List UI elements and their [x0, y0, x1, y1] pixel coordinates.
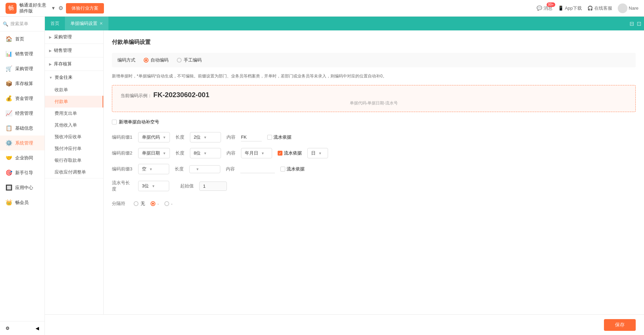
- sidebar-item-other-income[interactable]: 其他收入单: [45, 119, 103, 131]
- chevron-right-icon-2: ▶: [49, 49, 52, 53]
- separator-none-option[interactable]: 无: [134, 201, 145, 207]
- sidebar-item-bank-transfer[interactable]: 银行存取款单: [45, 155, 103, 166]
- sidebar-item-advance-recv[interactable]: 预收冲应收单: [45, 131, 103, 143]
- tab-minimize-icon[interactable]: ⊟: [629, 20, 634, 27]
- content2-label: 内容: [227, 150, 236, 156]
- sidebar-group-purchase-header[interactable]: ▶ 采购管理: [45, 30, 103, 44]
- sidebar-group-sales: ▶ 销售管理: [45, 44, 103, 57]
- sidebar-group-inventory-header[interactable]: ▶ 库存核算: [45, 57, 103, 71]
- sidebar-group-sales-header[interactable]: ▶ 销售管理: [45, 44, 103, 57]
- prefix1-select[interactable]: 单据代码 ▼: [138, 132, 170, 142]
- sidebar-item-purchase[interactable]: 🛒 采购管理: [0, 61, 45, 76]
- sales-icon: 📊: [6, 50, 12, 57]
- auto-fill-checkbox[interactable]: [112, 120, 117, 124]
- chevron-down-length1: ▼: [203, 136, 207, 139]
- content1-input[interactable]: [241, 133, 262, 141]
- auto-encoding-radio[interactable]: 自动编码: [144, 57, 169, 63]
- tab-maximize-icon[interactable]: ⊡: [637, 20, 641, 27]
- message-area[interactable]: 💬 消息 99+: [537, 5, 552, 11]
- sidebar-item-guide[interactable]: 🎯 新手引导: [0, 165, 45, 180]
- encoding-method-row: 编码方式 自动编码 手工编码: [112, 53, 636, 67]
- content3-label: 内容: [226, 166, 235, 172]
- header-dropdown[interactable]: ▼: [51, 6, 56, 11]
- tab-encoding-settings[interactable]: 单据编码设置 ✕: [65, 17, 108, 30]
- tab-home[interactable]: 首页: [45, 17, 65, 30]
- sidebar-item-apps[interactable]: 🔲 应用中心: [0, 180, 45, 195]
- logo-text: 畅通道好生意 插件版: [19, 2, 46, 14]
- member-icon: 👑: [6, 199, 12, 206]
- tab-bar: 首页 单据编码设置 ✕ ⊟ ⊡: [45, 17, 644, 30]
- prefix-row-3: 编码前缀3 空 ▼ 长度 ▼ 内容 流水依据: [112, 164, 636, 174]
- prefix-row-1: 编码前缀1 单据代码 ▼ 长度 2位 ▼ 内容 流水依据: [112, 132, 636, 142]
- manual-encoding-radio[interactable]: 手工编码: [177, 57, 202, 63]
- settings-icon[interactable]: ⚙: [58, 5, 63, 11]
- sidebar-item-system[interactable]: ⚙️ 系统管理: [0, 136, 45, 150]
- page-title: 付款单编码设置: [112, 39, 636, 46]
- separator-none-radio: [134, 201, 138, 206]
- inventory-icon: 📦: [6, 80, 12, 87]
- sidebar-item-inventory[interactable]: 📦 库存核算: [0, 76, 45, 91]
- sidebar-item-member[interactable]: 👑 畅会员: [0, 195, 45, 210]
- app-download-link[interactable]: 📱 App下载: [558, 5, 582, 11]
- flow-checkbox-2[interactable]: ✓: [278, 151, 282, 156]
- flow-checkbox-3[interactable]: [280, 167, 285, 171]
- length1-select[interactable]: 2位 ▼: [190, 132, 221, 142]
- flow-label-3: 流水依据: [287, 166, 305, 172]
- flow-label-2: 流水依据: [284, 150, 302, 156]
- basic-icon: 📋: [6, 125, 12, 131]
- start-value-input[interactable]: [199, 182, 227, 191]
- start-value-label: 起始值: [180, 183, 194, 189]
- management-icon: 📈: [6, 110, 12, 117]
- prefix2-select[interactable]: 单据日期 ▼: [138, 148, 170, 158]
- sidebar-item-basic[interactable]: 📋 基础信息: [0, 121, 45, 136]
- prefix1-label: 编码前缀1: [112, 134, 133, 140]
- sidebar-item-expense[interactable]: 费用支出单: [45, 108, 103, 119]
- content2-select[interactable]: 年月日 ▼: [241, 148, 272, 158]
- flow-check-3[interactable]: 流水依据: [280, 166, 305, 172]
- sidebar-item-payment[interactable]: 付款单: [45, 96, 103, 108]
- collapse-icon[interactable]: ◀: [36, 326, 39, 331]
- flow-unit-select[interactable]: 日 ▼: [307, 148, 328, 158]
- flow-checkbox-1[interactable]: [267, 135, 272, 140]
- separator-dot-option[interactable]: ·: [151, 201, 159, 206]
- sidebar-item-home[interactable]: 🏠 首页: [0, 31, 45, 46]
- save-button[interactable]: 保存: [604, 319, 636, 331]
- chevron-down-prefix2: ▼: [163, 151, 166, 155]
- page-footer: 保存: [45, 314, 644, 335]
- sidebar-nav: 🏠 首页 📊 销售管理 🛒 采购管理 📦 库存核算 💰 资金管理 📈 经: [0, 31, 45, 321]
- sidebar-item-management[interactable]: 📈 经营管理: [0, 106, 45, 121]
- sidebar-group-finance-header[interactable]: ▼ 资金往来: [45, 71, 103, 84]
- flow-check-2[interactable]: ✓ 流水依据: [278, 150, 302, 156]
- flow-length-select[interactable]: 3位 ▼: [138, 181, 169, 191]
- sidebar-item-sales[interactable]: 📊 销售管理: [0, 46, 45, 61]
- flow-check-1[interactable]: 流水依据: [267, 134, 291, 140]
- trial-button[interactable]: 体验行业方案: [66, 3, 104, 13]
- sidebar-item-advance-pay[interactable]: 预付冲应付单: [45, 143, 103, 155]
- flow-length-label: 流水号长度: [112, 180, 133, 192]
- avatar: [618, 3, 627, 13]
- length2-select[interactable]: 8位 ▼: [190, 148, 221, 158]
- prefix3-label: 编码前缀3: [112, 166, 133, 172]
- top-header: 畅 畅通道好生意 插件版 ▼ ⚙ 体验行业方案 💬 消息 99+ 📱 App下载…: [0, 0, 644, 17]
- search-menu[interactable]: 🔍 搜索菜单: [0, 17, 45, 31]
- preview-label: 当前编码示例：: [121, 93, 152, 99]
- header-right: 💬 消息 99+ 📱 App下载 🎧 在线客服 Nare: [537, 3, 638, 13]
- settings-footer-icon[interactable]: ⚙: [6, 326, 10, 331]
- sidebar-item-ar-ap-adjust[interactable]: 应收应付调整单: [45, 166, 103, 178]
- length3-select[interactable]: ▼: [189, 165, 220, 173]
- user-area[interactable]: Nare: [618, 3, 638, 13]
- tab-close-icon[interactable]: ✕: [99, 21, 103, 26]
- sidebar-item-enterprise[interactable]: 🤝 企业协同: [0, 150, 45, 165]
- auto-fill-row[interactable]: 新增单据自动补空号: [112, 119, 636, 125]
- sidebar-item-finance[interactable]: 💰 资金管理: [0, 91, 45, 106]
- page-content: ▶ 采购管理 ▶ 销售管理 ▶ 库存核算: [45, 30, 644, 314]
- hint-text: 新增单据时，*单据编码*自动生成，不可编辑。前缀设置为部门、业务员等档案类，开单…: [112, 73, 636, 80]
- chevron-down-length2: ▼: [203, 151, 207, 155]
- online-service-link[interactable]: 🎧 在线客服: [587, 5, 612, 11]
- auto-fill-label: 新增单据自动补空号: [119, 119, 159, 125]
- prefix3-select[interactable]: 空 ▼: [138, 164, 169, 174]
- separator-dash-option[interactable]: ·: [164, 201, 173, 206]
- separator-dot-radio: [151, 201, 155, 206]
- content3-input[interactable]: [240, 165, 275, 173]
- sidebar-item-receipt[interactable]: 收款单: [45, 84, 103, 96]
